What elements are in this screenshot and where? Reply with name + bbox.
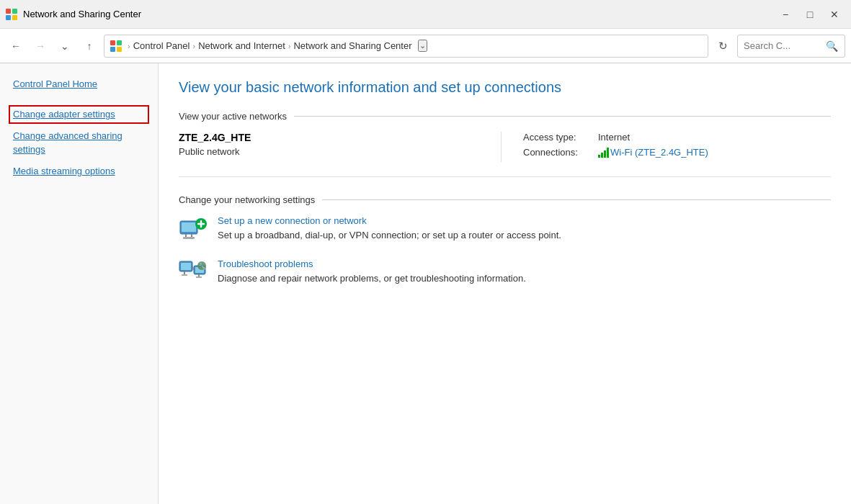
refresh-button[interactable]: ↻ [713, 36, 733, 56]
maximize-button[interactable]: □ [799, 4, 821, 24]
network-info-row: ZTE_2.4G_HTE Public network Access type:… [179, 132, 831, 177]
signal-bar-1 [598, 155, 600, 158]
access-type-value: Internet [598, 132, 630, 143]
troubleshoot-text: Troubleshoot problems Diagnose and repai… [218, 258, 526, 285]
sidebar: Control Panel Home Change adapter settin… [0, 63, 159, 504]
title-bar: Network and Sharing Center − □ ✕ [0, 0, 851, 29]
search-icon[interactable]: 🔍 [826, 40, 838, 52]
signal-bar-2 [601, 153, 603, 158]
wifi-link[interactable]: Wi-Fi (ZTE_2.4G_HTE) [610, 147, 708, 158]
access-type-row: Access type: Internet [523, 132, 831, 143]
new-connection-text: Set up a new connection or network Set u… [218, 215, 561, 242]
address-bar: ← → ⌄ ↑ › Control Panel › Network and In… [0, 29, 851, 63]
signal-bar-3 [604, 150, 606, 158]
settings-section: Set up a new connection or network Set u… [179, 215, 831, 287]
troubleshoot-desc: Diagnose and repair network problems, or… [218, 273, 526, 284]
breadcrumb-bar[interactable]: › Control Panel › Network and Internet ›… [104, 35, 708, 58]
troubleshoot-svg: 🔧 [179, 258, 208, 287]
app-icon [6, 9, 17, 20]
change-settings-header: Change your networking settings [179, 194, 831, 205]
active-networks-header: View your active networks [179, 111, 831, 122]
setting-item-troubleshoot: 🔧 Troubleshoot problems Diagnose and rep… [179, 258, 831, 287]
window-controls: − □ ✕ [775, 4, 845, 24]
window-title: Network and Sharing Center [23, 9, 141, 19]
sidebar-item-change-adapter[interactable]: Change adapter settings [9, 105, 149, 124]
new-connection-link[interactable]: Set up a new connection or network [218, 215, 561, 226]
title-bar-left: Network and Sharing Center [6, 9, 141, 20]
troubleshoot-link[interactable]: Troubleshoot problems [218, 258, 526, 269]
network-right: Access type: Internet Connections: Wi-Fi… [502, 132, 831, 162]
signal-bar-4 [607, 148, 609, 158]
network-name: ZTE_2.4G_HTE [179, 132, 486, 143]
connections-label: Connections: [523, 147, 595, 158]
svg-rect-15 [198, 274, 200, 276]
sidebar-item-change-sharing[interactable]: Change advanced sharing settings [9, 127, 149, 158]
wifi-signal-bars [598, 148, 609, 158]
svg-rect-4 [183, 237, 195, 239]
sidebar-item-media-streaming[interactable]: Media streaming options [9, 162, 149, 181]
breadcrumb-icon [110, 40, 122, 52]
bc-sep-2: › [192, 42, 195, 50]
search-box[interactable]: 🔍 [737, 35, 845, 58]
breadcrumb-dropdown-button[interactable]: ⌄ [418, 40, 427, 52]
new-connection-icon [179, 215, 208, 244]
sidebar-home-link[interactable]: Control Panel Home [9, 75, 149, 94]
close-button[interactable]: ✕ [824, 4, 845, 24]
bc-sep-3: › [288, 42, 291, 50]
svg-rect-1 [182, 222, 196, 232]
content-area: View your basic network information and … [159, 63, 851, 504]
minimize-button[interactable]: − [775, 4, 796, 24]
bc-sharing-center[interactable]: Network and Sharing Center [293, 40, 411, 51]
up-button[interactable]: ↑ [79, 36, 99, 56]
setting-item-new-connection: Set up a new connection or network Set u… [179, 215, 831, 244]
svg-text:🔧: 🔧 [198, 262, 207, 271]
back-button[interactable]: ← [6, 36, 26, 56]
main-layout: Control Panel Home Change adapter settin… [0, 63, 851, 504]
connections-row: Connections: Wi-Fi (ZTE_2.4G_HTE) [523, 147, 831, 158]
new-connection-desc: Set up a broadband, dial-up, or VPN conn… [218, 230, 561, 240]
bc-network-internet[interactable]: Network and Internet [198, 40, 285, 51]
forward-button[interactable]: → [30, 36, 50, 56]
search-input[interactable] [744, 40, 823, 51]
network-left: ZTE_2.4G_HTE Public network [179, 132, 502, 162]
svg-rect-13 [184, 271, 185, 274]
access-type-label: Access type: [523, 132, 595, 143]
page-title: View your basic network information and … [179, 78, 831, 96]
up-recent-button[interactable]: ⌄ [55, 36, 75, 56]
bc-sep-1: › [128, 42, 130, 50]
network-type: Public network [179, 146, 486, 157]
troubleshoot-icon: 🔧 [179, 258, 208, 287]
svg-rect-14 [182, 274, 187, 276]
svg-rect-16 [196, 276, 202, 278]
svg-rect-9 [181, 263, 191, 270]
new-connection-svg [179, 215, 208, 244]
bc-control-panel[interactable]: Control Panel [133, 40, 190, 51]
